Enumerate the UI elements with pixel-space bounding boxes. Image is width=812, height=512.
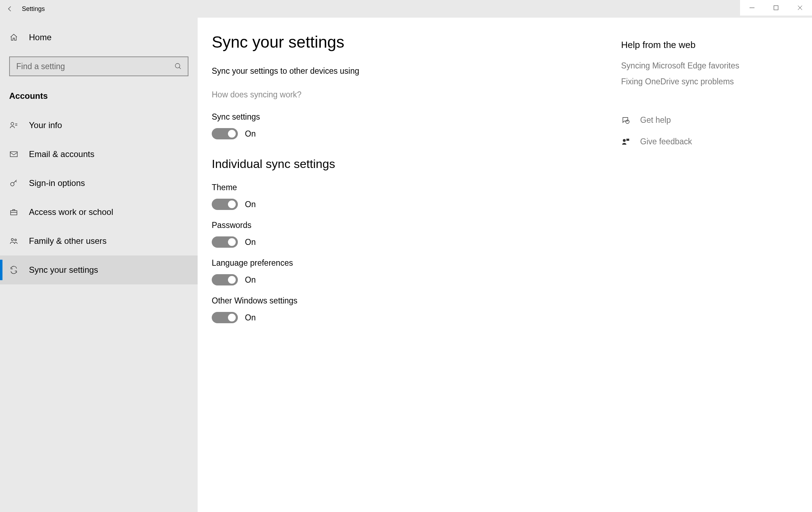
- other-windows-label: Other Windows settings: [212, 296, 621, 306]
- svg-point-13: [11, 239, 13, 241]
- theme-state: On: [245, 200, 256, 209]
- minimize-button[interactable]: [740, 0, 764, 16]
- language-toggle[interactable]: [212, 274, 238, 285]
- sidebar-home-label: Home: [29, 32, 52, 42]
- language-state: On: [245, 275, 256, 285]
- svg-point-16: [623, 139, 626, 142]
- passwords-label: Passwords: [212, 221, 621, 230]
- sync-icon: [9, 266, 18, 274]
- svg-point-14: [15, 239, 17, 241]
- svg-line-5: [179, 67, 181, 69]
- page-description: Sync your settings to other devices usin…: [212, 66, 621, 76]
- search-input[interactable]: [16, 62, 174, 71]
- other-windows-toggle[interactable]: [212, 312, 238, 323]
- sync-settings-toggle[interactable]: [212, 128, 238, 139]
- maximize-icon: [774, 5, 778, 10]
- sidebar-item-your-info[interactable]: Your info: [0, 111, 198, 140]
- svg-rect-9: [10, 152, 17, 157]
- sidebar-item-label: Family & other users: [29, 236, 107, 246]
- home-icon: [9, 33, 18, 42]
- sidebar-item-access-work-school[interactable]: Access work or school: [0, 198, 198, 227]
- page-title: Sync your settings: [212, 32, 621, 52]
- search-box[interactable]: [9, 56, 188, 76]
- language-label: Language preferences: [212, 258, 621, 268]
- sync-settings-state: On: [245, 129, 256, 139]
- window-title: Settings: [20, 5, 45, 13]
- svg-rect-17: [626, 139, 629, 141]
- sidebar-item-label: Access work or school: [29, 207, 113, 217]
- minimize-icon: [749, 5, 755, 11]
- maximize-button[interactable]: [764, 0, 788, 16]
- back-arrow-icon: [6, 5, 13, 12]
- how-syncing-works-link[interactable]: How does syncing work?: [212, 90, 621, 100]
- people-icon: [9, 237, 18, 245]
- feedback-icon: [621, 138, 630, 146]
- search-icon: [174, 62, 183, 70]
- briefcase-icon: [9, 208, 18, 216]
- svg-rect-1: [774, 6, 778, 10]
- sidebar-item-family-other-users[interactable]: Family & other users: [0, 227, 198, 255]
- help-link-edge-favorites[interactable]: Syncing Microsoft Edge favorites: [621, 61, 776, 71]
- sidebar-item-email-accounts[interactable]: Email & accounts: [0, 140, 198, 169]
- sidebar: Home Accounts Your info Em: [0, 18, 198, 512]
- get-help-link[interactable]: Get help: [621, 115, 776, 125]
- individual-heading: Individual sync settings: [212, 157, 621, 171]
- mail-icon: [9, 150, 18, 158]
- chat-help-icon: [621, 116, 630, 125]
- person-card-icon: [9, 121, 18, 129]
- help-pane: Help from the web Syncing Microsoft Edge…: [621, 32, 790, 512]
- svg-point-6: [11, 122, 14, 125]
- help-heading: Help from the web: [621, 40, 776, 50]
- svg-point-15: [626, 120, 629, 124]
- give-feedback-link[interactable]: Give feedback: [621, 137, 776, 146]
- help-link-onedrive-sync[interactable]: Fixing OneDrive sync problems: [621, 77, 776, 86]
- svg-rect-11: [11, 211, 17, 215]
- get-help-label: Get help: [640, 115, 671, 125]
- sidebar-item-label: Sync your settings: [29, 265, 98, 275]
- svg-point-4: [175, 64, 180, 68]
- window-controls: [740, 0, 812, 16]
- close-button[interactable]: [788, 0, 812, 16]
- content-area: Sync your settings Sync your settings to…: [198, 32, 621, 512]
- sidebar-item-label: Your info: [29, 120, 62, 130]
- sidebar-item-signin-options[interactable]: Sign-in options: [0, 169, 198, 198]
- sidebar-item-label: Sign-in options: [29, 178, 85, 188]
- give-feedback-label: Give feedback: [640, 137, 692, 146]
- sync-settings-label: Sync settings: [212, 112, 621, 122]
- sidebar-item-sync-settings[interactable]: Sync your settings: [0, 255, 198, 284]
- key-icon: [9, 179, 18, 187]
- theme-toggle[interactable]: [212, 199, 238, 210]
- title-bar: Settings: [0, 0, 812, 18]
- svg-point-10: [11, 182, 14, 186]
- sidebar-home[interactable]: Home: [0, 25, 198, 49]
- other-windows-state: On: [245, 313, 256, 323]
- sidebar-item-label: Email & accounts: [29, 149, 94, 159]
- theme-label: Theme: [212, 183, 621, 192]
- passwords-toggle[interactable]: [212, 236, 238, 248]
- sidebar-category: Accounts: [0, 76, 198, 107]
- back-button[interactable]: [0, 0, 20, 18]
- passwords-state: On: [245, 237, 256, 247]
- close-icon: [797, 5, 803, 11]
